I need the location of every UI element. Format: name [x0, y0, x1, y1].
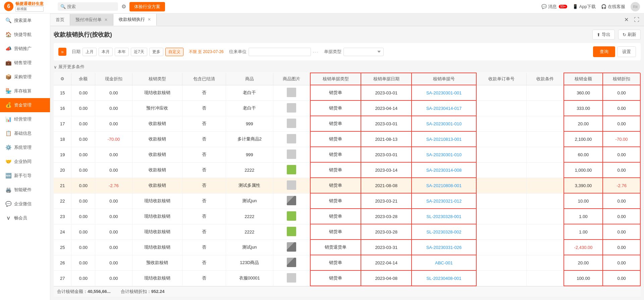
sidebar-item-member[interactable]: V 畅会员	[0, 211, 50, 225]
tab-collection-close[interactable]: ✕	[148, 17, 151, 22]
enterprise-icon: 🤝	[5, 159, 11, 165]
doc-no-link[interactable]: SA-20230331-026	[426, 245, 462, 250]
doc-no-link[interactable]: SL-20230408-001	[426, 276, 461, 281]
online-service-label: 在线客服	[608, 4, 625, 10]
th-included: 包含已结清	[182, 73, 226, 85]
message-icon-item[interactable]: 💬 消息 99+	[541, 4, 567, 10]
receipt-type-select[interactable]	[343, 48, 384, 56]
tab-collection-label: 收款核销执行	[119, 16, 145, 23]
page-title-row: 收款核销执行(按收款) ⬆ 导出 ↻ 刷新	[54, 30, 641, 40]
doc-no-link[interactable]: SA-20230301-010	[426, 121, 462, 126]
page-actions: ⬆ 导出 ↻ 刷新	[592, 30, 641, 40]
sidebar-item-wechat[interactable]: 💬 企业微信	[0, 197, 50, 211]
sidebar-item-label: 资金管理	[14, 102, 32, 108]
sidebar: 🔍 搜索菜单 🏠 快捷导航 📣 营销推广 💼 销售管理 📦 采购管理 🏪 库存核…	[0, 13, 50, 300]
doc-no-link[interactable]: SA-20230301-001	[426, 90, 462, 95]
message-icon: 💬	[541, 4, 547, 9]
expand-more-button[interactable]: ∨ 展开更多条件	[54, 64, 85, 70]
product-image	[287, 273, 296, 283]
doc-no-link[interactable]: SL-20230328-002	[426, 229, 461, 234]
th-gear[interactable]: ⚙	[54, 73, 71, 85]
refresh-button[interactable]: ↻ 刷新	[618, 30, 641, 40]
sidebar-item-label: 营销推广	[14, 46, 32, 52]
table-row: 240.000.00现结收款核销否2222销货单2023-03-28SL-202…	[54, 224, 640, 240]
sidebar-item-guide[interactable]: 🆕 新手引导	[0, 169, 50, 183]
doc-no-link[interactable]: SA-20230321-012	[426, 199, 462, 204]
row-id: 15	[54, 85, 71, 100]
filter-settings-button[interactable]: 设置	[617, 46, 636, 57]
th-doc-date: 核销单据日期	[361, 73, 412, 85]
sidebar-item-label: 采购管理	[14, 74, 32, 80]
refresh-icon: ↻	[623, 32, 626, 37]
sidebar-item-label: 企业微信	[14, 201, 32, 207]
tab-home[interactable]: 首页	[50, 14, 70, 26]
row-id: 18	[54, 131, 71, 147]
last-7-days-btn[interactable]: 近7天	[131, 48, 147, 56]
doc-no-link[interactable]: SA-20230301-010	[426, 152, 462, 157]
last-month-btn[interactable]: 上月	[83, 48, 97, 56]
search-input[interactable]	[58, 2, 118, 11]
trial-button[interactable]: 体验行业方案	[129, 2, 165, 11]
settings-icon[interactable]: ⚙	[121, 3, 126, 10]
sidebar-item-system[interactable]: ⚙️ 系统管理	[0, 140, 50, 155]
sidebar-item-purchase[interactable]: 📦 采购管理	[0, 70, 50, 84]
product-image	[287, 134, 296, 143]
footer-total-amount: 合计核销金额：40,556,66...	[57, 289, 111, 295]
search-icon: 🔍	[60, 4, 66, 9]
sidebar-item-quick-nav[interactable]: 🏠 快捷导航	[0, 28, 50, 42]
app-download-item[interactable]: 📱 App下载	[573, 4, 596, 10]
smart-hw-icon: 🖨️	[5, 187, 11, 193]
table-row: 250.000.00现结收款核销否测试jun销货退货单2023-03-31SA-…	[54, 240, 640, 255]
doc-no-link[interactable]: SL-20230328-001	[426, 214, 461, 219]
export-button[interactable]: ⬆ 导出	[592, 30, 615, 40]
doc-no-link[interactable]: SA-20230314-008	[426, 168, 462, 173]
more-date-btn[interactable]: 更多	[149, 48, 163, 56]
tab-prepay-close[interactable]: ✕	[104, 17, 108, 22]
doc-no-link[interactable]: SA-20210813-001	[426, 137, 462, 142]
basic-info-icon: 📋	[5, 130, 11, 136]
logo-name: 畅捷通谱好生意	[15, 1, 44, 6]
custom-date-btn[interactable]: 自定义	[165, 48, 183, 56]
sidebar-item-enterprise[interactable]: 🤝 企业协同	[0, 155, 50, 169]
operations-icon: 📊	[5, 116, 11, 122]
tab-maximize-btn[interactable]: ⛶	[632, 15, 641, 24]
tab-home-label: 首页	[56, 17, 64, 23]
tab-close-window-btn[interactable]: ✕	[622, 15, 631, 24]
table-row: 200.000.00收款核销否2222销货单2023-03-14SA-20230…	[54, 162, 640, 178]
sidebar-item-finance[interactable]: 💰 资金管理	[0, 98, 50, 112]
row-id: 27	[54, 270, 71, 286]
avatar[interactable]: Rit	[631, 2, 640, 11]
th-payment-term: 收款条件	[527, 73, 564, 85]
doc-no-link[interactable]: SA-20230414-017	[426, 106, 462, 111]
inventory-icon: 🏪	[5, 88, 11, 94]
online-service-item[interactable]: 🎧 在线客服	[601, 4, 625, 10]
table-row: 150.000.00现结收款核销否老白干销货单2023-03-01SA-2023…	[54, 85, 640, 100]
sidebar-item-inventory[interactable]: 🏪 库存核算	[0, 84, 50, 98]
table-row: 180.00-70.00收款核销否多计量商品2销货单2021-08-13SA-2…	[54, 131, 640, 147]
table-scroll[interactable]: ⚙ 余额 现金折扣 核销类型 包含已结清 商品 商品图片 核销单据类型 核销单据…	[54, 73, 641, 286]
this-month-btn[interactable]: 本月	[99, 48, 113, 56]
sidebar-item-search-menu[interactable]: 🔍 搜索菜单	[0, 13, 50, 28]
system-icon: ⚙️	[5, 144, 11, 151]
sidebar-item-operations[interactable]: 📊 经营管理	[0, 112, 50, 126]
sidebar-item-smart-hw[interactable]: 🖨️ 智能硬件	[0, 183, 50, 197]
wechat-icon: 💬	[5, 201, 11, 207]
doc-no-link[interactable]: SA-20210808-001	[426, 183, 462, 188]
tab-prepay[interactable]: 预付冲应付单 ✕	[70, 14, 113, 26]
marketing-icon: 📣	[5, 46, 11, 52]
query-button[interactable]: 查询	[593, 46, 615, 57]
sidebar-item-marketing[interactable]: 📣 营销推广	[0, 42, 50, 56]
top-right: 💬 消息 99+ 📱 App下载 🎧 在线客服 Rit	[541, 2, 640, 11]
search-wrap: 🔍	[58, 2, 118, 11]
row-id: 21	[54, 178, 71, 193]
filter-unit-group: 往来单位 ···	[229, 48, 319, 56]
tab-collection[interactable]: 收款核销执行 ✕	[113, 14, 157, 26]
sales-icon: 💼	[5, 60, 11, 66]
sidebar-item-label: 基础信息	[14, 130, 32, 136]
from-unit-input[interactable]	[249, 48, 311, 56]
doc-no-link[interactable]: ABC-001	[435, 260, 453, 265]
sidebar-item-basic-info[interactable]: 📋 基础信息	[0, 126, 50, 140]
sidebar-item-sales[interactable]: 💼 销售管理	[0, 56, 50, 70]
this-year-btn[interactable]: 本年	[115, 48, 129, 56]
filter-expand-btn[interactable]: »	[58, 48, 66, 56]
